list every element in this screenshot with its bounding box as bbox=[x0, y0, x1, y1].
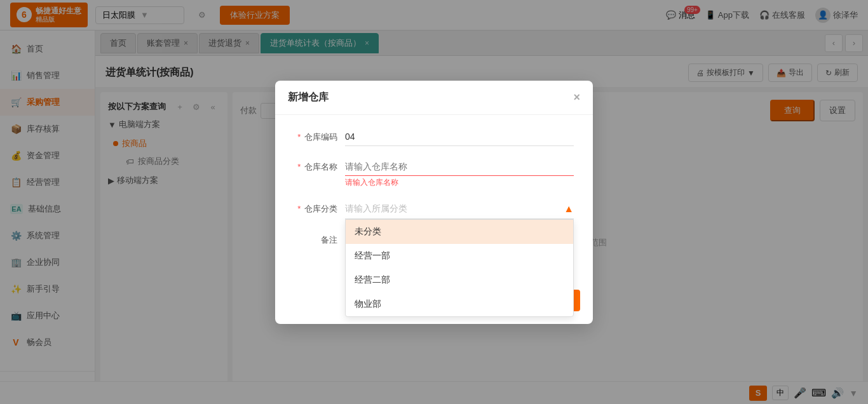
form-row-category: * 仓库分类 请输入所属分类 ▲ 未分类 经营一部 bbox=[294, 199, 574, 219]
code-field bbox=[345, 128, 574, 146]
note-label: 备注 bbox=[294, 231, 345, 246]
required-star-cat: * bbox=[297, 204, 301, 213]
category-dropdown-trigger[interactable]: 请输入所属分类 ▲ bbox=[345, 199, 574, 219]
code-input[interactable] bbox=[345, 128, 574, 146]
category-dropdown-list: 未分类 经营一部 经营二部 物业部 bbox=[345, 219, 574, 317]
dropdown-item-dept1[interactable]: 经营一部 bbox=[346, 244, 573, 268]
dropdown-item-dept1-label: 经营一部 bbox=[355, 250, 390, 260]
name-error-msg: 请输入仓库名称 bbox=[345, 177, 574, 188]
category-placeholder: 请输入所属分类 bbox=[345, 203, 407, 215]
name-label: * 仓库名称 bbox=[294, 158, 345, 173]
dropdown-item-dept2-label: 经营二部 bbox=[355, 274, 390, 285]
required-star-name: * bbox=[297, 162, 301, 172]
category-label: * 仓库分类 bbox=[294, 199, 345, 215]
category-field: 请输入所属分类 ▲ 未分类 经营一部 经营二部 bbox=[345, 199, 574, 219]
dropdown-item-dept3-label: 物业部 bbox=[355, 299, 381, 309]
modal-body: * 仓库编码 * 仓库名称 请输入仓库名称 bbox=[275, 115, 593, 282]
dropdown-item-none[interactable]: 未分类 bbox=[346, 220, 573, 244]
modal-overlay: 新增仓库 × * 仓库编码 * 仓库名称 bbox=[0, 0, 868, 404]
form-row-name: * 仓库名称 请输入仓库名称 bbox=[294, 158, 574, 188]
form-row-code: * 仓库编码 bbox=[294, 128, 574, 146]
code-label: * 仓库编码 bbox=[294, 128, 345, 143]
name-input[interactable] bbox=[345, 158, 574, 176]
name-field: 请输入仓库名称 bbox=[345, 158, 574, 188]
dropdown-item-dept3[interactable]: 物业部 bbox=[346, 292, 573, 316]
add-warehouse-modal: 新增仓库 × * 仓库编码 * 仓库名称 bbox=[275, 81, 593, 324]
chevron-up-icon: ▲ bbox=[564, 203, 574, 215]
modal-close-button[interactable]: × bbox=[573, 91, 580, 104]
dropdown-item-none-label: 未分类 bbox=[355, 226, 381, 236]
required-star-code: * bbox=[297, 132, 301, 142]
dropdown-item-dept2[interactable]: 经营二部 bbox=[346, 268, 573, 292]
modal-header: 新增仓库 × bbox=[275, 81, 593, 115]
modal-title: 新增仓库 bbox=[288, 91, 329, 104]
